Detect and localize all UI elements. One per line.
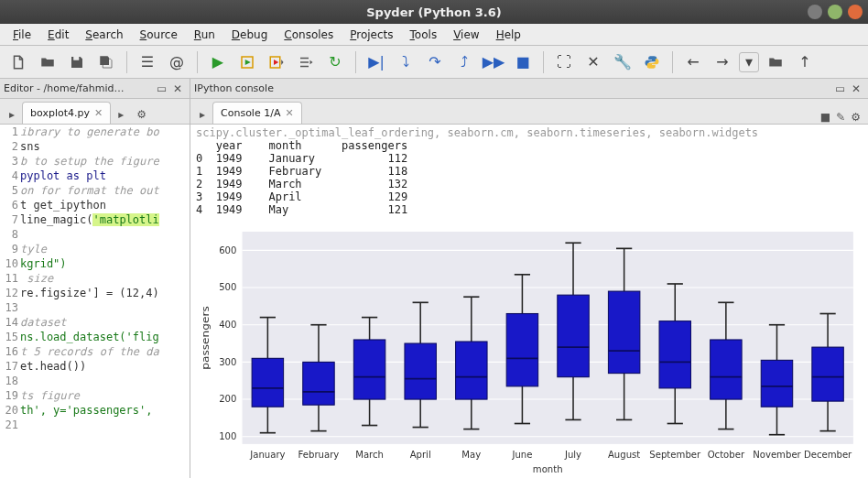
debug-into-button[interactable]: ⤵ <box>393 49 418 75</box>
pane-options-icon[interactable]: ▭ <box>835 82 848 95</box>
svg-rect-27 <box>303 362 334 405</box>
titlebar: Spyder (Python 3.6) <box>0 0 868 24</box>
preferences-button[interactable]: 🔧 <box>610 49 635 75</box>
console-tab-label: Console 1/A <box>221 107 280 119</box>
svg-text:100: 100 <box>219 430 237 442</box>
toolbar-separator <box>126 51 127 73</box>
svg-rect-48 <box>456 342 487 399</box>
editor-pane-title: Editor - /home/fahmid… <box>4 82 124 94</box>
open-file-button[interactable] <box>35 49 60 75</box>
svg-text:September: September <box>649 449 700 461</box>
forward-button[interactable]: → <box>710 49 735 75</box>
browse-wd-button[interactable] <box>763 49 788 75</box>
menu-file[interactable]: File <box>5 27 38 43</box>
parent-dir-button[interactable]: ↑ <box>792 49 818 75</box>
close-tab-icon[interactable]: ✕ <box>285 107 293 119</box>
maximize-button[interactable] <box>828 5 842 19</box>
minimize-button[interactable] <box>808 5 822 19</box>
debug-step-button[interactable]: ▶| <box>363 49 389 75</box>
window-title: Spyder (Python 3.6) <box>366 5 502 19</box>
interrupt-icon[interactable]: ■ <box>820 111 830 124</box>
outline-button[interactable]: ☰ <box>135 49 160 75</box>
menu-run[interactable]: Run <box>187 27 222 43</box>
console-output[interactable]: scipy.cluster._optimal_leaf_ordering, se… <box>190 125 868 478</box>
svg-rect-97 <box>812 347 843 401</box>
pane-close-icon[interactable]: ✕ <box>852 82 864 95</box>
svg-text:month: month <box>533 462 563 474</box>
save-button[interactable] <box>64 49 90 75</box>
debug-out-button[interactable]: ⤴ <box>451 49 477 75</box>
svg-text:November: November <box>753 449 801 461</box>
editor-tabrow: ▸ boxplot4.py ✕ ▸ ⚙ <box>0 99 190 125</box>
new-file-button[interactable] <box>5 49 31 75</box>
menu-debug[interactable]: Debug <box>224 27 275 43</box>
console-tab-1a[interactable]: Console 1/A ✕ <box>212 102 302 124</box>
pane-options-icon[interactable]: ▭ <box>157 82 169 95</box>
svg-rect-41 <box>405 343 436 399</box>
debug-over-button[interactable]: ↷ <box>422 49 448 75</box>
svg-rect-2 <box>243 232 853 444</box>
run-button[interactable]: ▶ <box>205 49 231 75</box>
toolbar-separator <box>672 51 673 73</box>
debug-continue-button[interactable]: ▶▶ <box>481 49 506 75</box>
editor-options-icon[interactable]: ⚙ <box>131 105 152 124</box>
svg-rect-55 <box>506 314 537 386</box>
menu-source[interactable]: Source <box>133 27 185 43</box>
code-editor[interactable]: 123456789101112131415161718192021 ibrary… <box>0 125 190 478</box>
python-path-button[interactable] <box>639 49 665 75</box>
toolbar: ☰ @ ▶ ↻ ▶| ⤵ ↷ ⤴ ▶▶ ■ ⛶ ✕ 🔧 ← → ▾ ↑ <box>0 46 868 79</box>
svg-rect-34 <box>353 340 385 399</box>
svg-text:February: February <box>298 449 340 461</box>
pane-close-icon[interactable]: ✕ <box>173 82 186 95</box>
editor-pane-header: Editor - /home/fahmid… ▭ ✕ <box>0 79 190 99</box>
menu-projects[interactable]: Projects <box>342 27 400 43</box>
console-tabrow: ▸ Console 1/A ✕ ■ ✎ ⚙ <box>190 99 868 125</box>
back-button[interactable]: ← <box>680 49 706 75</box>
clear-icon[interactable]: ✎ <box>836 111 845 124</box>
svg-rect-76 <box>659 321 690 388</box>
svg-text:May: May <box>461 449 481 461</box>
dataframe-head: year month passengers 0 1949 January 112… <box>196 139 863 216</box>
debug-stop-button[interactable]: ■ <box>510 49 536 75</box>
menu-edit[interactable]: Edit <box>40 27 76 43</box>
toolbar-separator <box>543 51 544 73</box>
tab-list-icon[interactable]: ▸ <box>4 105 20 124</box>
menu-tools[interactable]: Tools <box>403 27 445 43</box>
wd-dropdown[interactable]: ▾ <box>739 52 759 72</box>
run-cell-advance-button[interactable] <box>264 49 289 75</box>
svg-text:January: January <box>249 449 285 461</box>
toolbar-separator <box>355 51 356 73</box>
svg-rect-20 <box>252 358 283 407</box>
svg-text:April: April <box>410 449 431 461</box>
menu-search[interactable]: Search <box>78 27 130 43</box>
svg-text:March: March <box>355 449 384 461</box>
run-selection-button[interactable] <box>293 49 319 75</box>
boxplot-chart: 100200300400500600passengersJanuaryFebru… <box>196 222 863 474</box>
menubar: FileEditSearchSourceRunDebugConsolesProj… <box>0 24 868 46</box>
console-truncated-line: scipy.cluster._optimal_leaf_ordering, se… <box>196 126 863 139</box>
svg-rect-62 <box>558 295 589 376</box>
at-button[interactable]: @ <box>164 49 190 75</box>
svg-rect-69 <box>608 291 639 373</box>
console-options-icon[interactable]: ⚙ <box>851 111 861 124</box>
maximize-pane-button[interactable]: ⛶ <box>551 49 577 75</box>
svg-text:August: August <box>608 449 640 461</box>
menu-help[interactable]: Help <box>489 27 528 43</box>
svg-text:December: December <box>804 449 852 461</box>
close-button[interactable] <box>848 5 863 19</box>
console-pane-title: IPython console <box>194 82 274 94</box>
editor-tab-boxplot4[interactable]: boxplot4.py ✕ <box>22 102 111 124</box>
tab-list-icon[interactable]: ▸ <box>194 105 211 124</box>
run-cell-button[interactable] <box>234 49 260 75</box>
menu-view[interactable]: View <box>446 27 486 43</box>
rerun-button[interactable]: ↻ <box>322 49 348 75</box>
svg-text:July: July <box>564 449 581 461</box>
console-pane-header: IPython console ▭ ✕ <box>190 79 868 99</box>
svg-text:June: June <box>511 449 532 461</box>
menu-consoles[interactable]: Consoles <box>277 27 341 43</box>
close-tab-icon[interactable]: ✕ <box>94 107 103 119</box>
main-split: Editor - /home/fahmid… ▭ ✕ ▸ boxplot4.py… <box>0 79 868 478</box>
tab-scroll-icon[interactable]: ▸ <box>113 105 129 124</box>
fullscreen-button[interactable]: ✕ <box>580 49 606 75</box>
save-all-button[interactable] <box>93 49 119 75</box>
